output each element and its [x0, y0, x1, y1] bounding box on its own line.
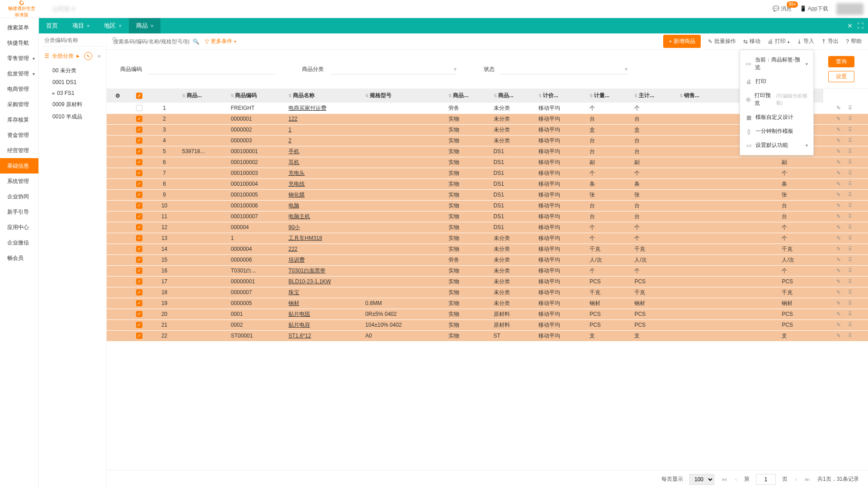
sidebar-item-13[interactable]: 应用中心: [0, 220, 38, 235]
close-icon[interactable]: ×: [118, 23, 121, 28]
add-product-button[interactable]: + 新增商品: [663, 35, 701, 48]
edit-icon[interactable]: ✎: [836, 213, 844, 220]
table-row[interactable]: 131工具车HM318实物未分类移动平均个个个✎ ⠿: [107, 233, 868, 244]
edit-icon[interactable]: ✎: [836, 267, 844, 274]
more-icon[interactable]: ⠿: [848, 170, 855, 176]
column-header-4[interactable]: ⇅商品...: [445, 89, 490, 103]
cell-name[interactable]: 充电头: [285, 168, 362, 178]
row-checkbox[interactable]: [128, 254, 150, 265]
product-search-input[interactable]: [113, 38, 190, 45]
cell-name[interactable]: T0301白面黑带: [285, 265, 362, 276]
search-icon[interactable]: 🔍: [193, 38, 199, 45]
sidebar-item-15[interactable]: 畅会员: [0, 250, 38, 266]
edit-icon[interactable]: ✎: [836, 105, 844, 111]
sidebar-item-3[interactable]: 批发管理▾: [0, 66, 38, 81]
cell-name[interactable]: 1: [285, 124, 362, 135]
row-checkbox[interactable]: [128, 244, 150, 254]
print-preview-action[interactable]: ◎打印预览(可编辑当前模板): [740, 89, 813, 110]
tab-1[interactable]: 项目×: [65, 18, 97, 33]
edit-icon[interactable]: ✎: [836, 311, 844, 317]
cell-name[interactable]: BLD10-23-1.1KW: [285, 276, 362, 287]
cell-name[interactable]: 电脑主机: [285, 211, 362, 222]
table-row[interactable]: 210002贴片电容104±10% 0402实物原材料移动平均PCSPCSPCS…: [107, 319, 868, 330]
table-row[interactable]: 140000004222实物未分类移动平均千克千克千克✎ ⠿: [107, 244, 868, 254]
print-action[interactable]: 🖨打印: [740, 75, 813, 89]
cell-name[interactable]: 培训费: [285, 254, 362, 265]
category-item-1[interactable]: 0001 DS1: [42, 77, 103, 88]
column-header-7[interactable]: ⇅计量...: [586, 89, 631, 103]
more-icon[interactable]: ⠿: [848, 311, 855, 317]
cell-name[interactable]: 耳机: [285, 157, 362, 168]
sidebar-item-9[interactable]: 基础信息: [0, 158, 38, 174]
export-button[interactable]: ⤒导出: [821, 38, 839, 45]
sidebar-item-1[interactable]: 快捷导航: [0, 35, 38, 51]
row-checkbox[interactable]: [128, 309, 150, 319]
table-row[interactable]: 180000007珠宝实物未分类移动平均千克千克千克✎ ⠿: [107, 287, 868, 298]
row-checkbox[interactable]: [128, 319, 150, 330]
sidebar-item-10[interactable]: 系统管理: [0, 174, 38, 189]
more-icon[interactable]: ⠿: [848, 137, 855, 144]
more-icon[interactable]: ⠿: [848, 105, 855, 111]
category-item-4[interactable]: 0010 半成品: [42, 111, 103, 123]
edit-icon[interactable]: ✎: [836, 137, 844, 144]
table-row[interactable]: 190000005钢材0.8MM实物未分类移动平均钢材钢材钢材✎ ⠿: [107, 298, 868, 309]
sidebar-item-8[interactable]: 经营管理: [0, 143, 38, 158]
filter-code-field[interactable]: [148, 64, 275, 75]
set-default-action[interactable]: ▭设置默认功能▾: [740, 138, 813, 152]
edit-icon[interactable]: ✎: [836, 322, 844, 328]
cell-name[interactable]: 122: [285, 113, 362, 124]
edit-icon[interactable]: ✎: [836, 148, 844, 155]
table-row[interactable]: 11000100007电脑主机实物DS1移动平均台台台✎ ⠿: [107, 211, 868, 222]
next-page[interactable]: ›: [794, 476, 797, 483]
table-row[interactable]: 150000006培训费劳务未分类移动平均人/次人/次人/次✎ ⠿: [107, 254, 868, 265]
batch-op-button[interactable]: ✎批量操作: [708, 38, 736, 45]
more-icon[interactable]: ⠿: [848, 224, 855, 230]
category-item-0[interactable]: 00 未分类: [42, 65, 103, 77]
table-row[interactable]: 6000100002耳机实物DS1移动平均副副副✎ ⠿: [107, 157, 868, 168]
cell-name[interactable]: 电商买家付运费: [285, 103, 362, 113]
tab-0[interactable]: 首页: [39, 18, 65, 33]
column-header-3[interactable]: ⇅规格型号: [362, 89, 445, 103]
sidebar-item-12[interactable]: 新手引导: [0, 204, 38, 220]
filter-status-field[interactable]: ▾: [501, 64, 627, 75]
fullscreen-icon[interactable]: ⛶: [857, 22, 863, 29]
edit-icon[interactable]: ✎: [836, 246, 844, 252]
edit-icon[interactable]: ✎: [836, 224, 844, 230]
row-checkbox[interactable]: [128, 103, 150, 113]
more-icon[interactable]: ⠿: [848, 192, 855, 198]
filter-category-field[interactable]: ▾: [330, 64, 457, 75]
first-page[interactable]: ⏮: [721, 476, 728, 483]
cell-name[interactable]: 工具车HM318: [285, 233, 362, 244]
per-page-select[interactable]: 100: [689, 474, 714, 485]
edit-icon[interactable]: ✎: [836, 202, 844, 209]
more-icon[interactable]: ⠿: [848, 116, 855, 122]
collapse-icon[interactable]: «: [98, 53, 101, 59]
column-header-5[interactable]: ⇅商品...: [490, 89, 535, 103]
row-checkbox[interactable]: [128, 189, 150, 200]
edit-icon[interactable]: ✎: [836, 278, 844, 285]
user-avatar[interactable]: [836, 3, 863, 15]
more-icon[interactable]: ⠿: [848, 322, 855, 328]
move-button[interactable]: ⇆移动: [743, 38, 760, 45]
column-settings[interactable]: ⚙: [107, 89, 128, 103]
cell-name[interactable]: ST1.6*12: [285, 330, 362, 341]
last-page[interactable]: ⏭: [804, 476, 811, 483]
row-checkbox[interactable]: [128, 276, 150, 287]
sidebar-item-4[interactable]: 电商管理: [0, 81, 38, 97]
quick-template-action[interactable]: ▯一分钟制作模板: [740, 124, 813, 138]
row-checkbox[interactable]: [128, 233, 150, 244]
table-row[interactable]: 9000100005钢化膜实物DS1移动平均张张张✎ ⠿: [107, 189, 868, 200]
edit-icon[interactable]: ✎: [836, 116, 844, 122]
tab-2[interactable]: 地区×: [97, 18, 128, 33]
import-button[interactable]: ⤓导入: [797, 38, 814, 45]
row-checkbox[interactable]: [128, 124, 150, 135]
select-all-checkbox[interactable]: [128, 89, 150, 103]
prev-page[interactable]: ‹: [734, 476, 738, 483]
sidebar-item-11[interactable]: 企业协同: [0, 189, 38, 204]
template-design-action[interactable]: ▦模板自定义设计: [740, 110, 813, 124]
cell-name[interactable]: 贴片电容: [285, 319, 362, 330]
cell-name[interactable]: 电脑: [285, 200, 362, 211]
tab-close-icon[interactable]: ✕: [847, 22, 853, 29]
column-header-0[interactable]: ⇅商品...: [179, 89, 227, 103]
edit-icon[interactable]: ✎: [836, 127, 844, 133]
